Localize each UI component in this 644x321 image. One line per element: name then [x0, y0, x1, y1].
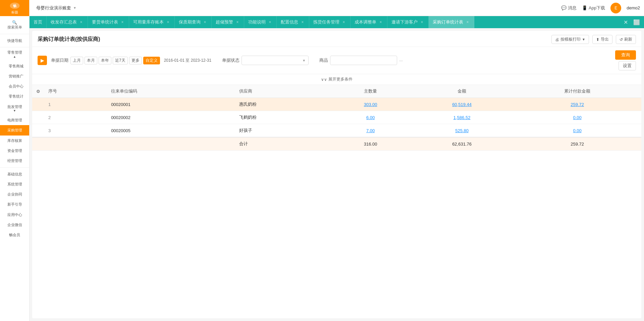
sidebar-item-retail-mgmt[interactable]: 零售管理 ▲	[0, 47, 29, 61]
date-shortcut-last-month[interactable]: 上月	[70, 57, 83, 64]
row2-code: 00020002	[107, 111, 235, 124]
search-menu-button[interactable]: 🔍 搜索英单	[2, 19, 27, 31]
logo-subtitle: 标题	[11, 10, 18, 15]
filter-area: ▶ 单据日期 上月 本月 本年 近7天 更多 自定义 2016	[32, 47, 641, 74]
date-shortcut-more[interactable]: 更多	[129, 57, 142, 64]
row2-paid: 0.00	[513, 111, 641, 124]
export-button[interactable]: ⬆ 导出	[592, 35, 612, 44]
sidebar-item-wholesale[interactable]: 批发管理 ▼	[0, 102, 29, 115]
col-amount: 金额	[411, 85, 513, 98]
date-shortcuts: 上月 本月 本年 近7天 更多 自定义	[70, 57, 160, 64]
print-button[interactable]: 🖨 按模板打印 ▼	[551, 35, 589, 44]
tab-close-warranty[interactable]: ×	[203, 20, 207, 24]
download-icon: 📱	[582, 5, 587, 10]
sidebar-item-quick-nav[interactable]: 快捷导航	[0, 36, 29, 46]
sidebar-item-enterprise-collab[interactable]: 企业协同	[0, 189, 29, 199]
tab-receive-summary[interactable]: 收发存汇总表 ×	[47, 16, 88, 28]
date-shortcut-7days[interactable]: 近7天	[113, 57, 128, 64]
row1-num: 1	[44, 98, 107, 111]
sidebar-item-enterprise-wechat[interactable]: 企业微信	[0, 220, 29, 230]
tab-order-summary[interactable]: 要货单统计表 ×	[88, 16, 129, 28]
message-button[interactable]: 💬 消息	[561, 5, 577, 11]
row3-amount: 525.80	[411, 124, 513, 138]
tab-close-purchase[interactable]: ×	[465, 20, 470, 24]
tab-function-desc[interactable]: 功能说明 ×	[244, 16, 277, 28]
date-shortcut-this-month[interactable]: 本月	[85, 57, 97, 64]
status-select[interactable]: ▼	[241, 56, 309, 65]
sidebar-item-finance[interactable]: 资金管理	[0, 146, 29, 156]
refresh-button[interactable]: ↺ 刷新	[616, 35, 636, 44]
settings-button[interactable]: 设置	[619, 61, 636, 70]
table-container: ⚙ 序号 往来单位编码 供应商 主数量 金额 累计付款金额 1	[32, 85, 641, 318]
col-num: 序号	[44, 85, 107, 98]
app-download-button[interactable]: 📱 App下载	[582, 5, 605, 11]
query-button[interactable]: 查询	[615, 50, 636, 60]
sidebar-item-basic-info[interactable]: 基础信息	[0, 169, 29, 179]
date-filter-group: 单据日期 上月 本月 本年 近7天 更多 自定义	[51, 57, 160, 64]
tab-close-cost[interactable]: ×	[378, 20, 383, 24]
filter-toggle-button[interactable]: ▶	[38, 56, 47, 65]
tab-maximize-button[interactable]: ⬜	[632, 18, 641, 26]
footer-label: 合计	[235, 137, 330, 151]
date-filter-label: 单据日期	[51, 57, 68, 63]
expand-more-button[interactable]: ∨∨ 展开更多条件	[318, 75, 356, 83]
tab-close-invite[interactable]: ×	[420, 20, 424, 24]
goods-filter: 商品 ···	[319, 56, 403, 65]
sidebar-item-purchase[interactable]: 采购管理	[0, 125, 29, 135]
sidebar-item-new-guide[interactable]: 新手引导	[0, 199, 29, 209]
tab-home[interactable]: 首页	[30, 16, 47, 28]
col-settings[interactable]: ⚙	[32, 85, 44, 98]
tab-close-order[interactable]: ×	[120, 20, 125, 24]
sidebar-item-ops[interactable]: 经营管理	[0, 156, 29, 166]
tab-cost-adjust[interactable]: 成本调整单 ×	[351, 16, 387, 28]
sidebar-item-retail-stats[interactable]: 零售统计	[0, 91, 29, 101]
tab-close-stock[interactable]: ×	[166, 20, 170, 24]
tab-close-window-button[interactable]: ✕	[622, 18, 629, 26]
svg-text:畅: 畅	[13, 4, 16, 8]
tab-purchase-summary[interactable]: 采购订单统计表 ×	[429, 16, 474, 28]
sidebar-item-vip[interactable]: 畅会员	[0, 230, 29, 240]
app-logo[interactable]: 畅 标题	[0, 0, 29, 16]
tab-invite-downstream[interactable]: 邀请下游客户 ×	[387, 16, 429, 28]
tab-available-stock[interactable]: 可用量库存账本 ×	[129, 16, 175, 28]
tab-close-config[interactable]: ×	[300, 20, 305, 24]
tab-bar-end: ✕ ⬜	[622, 18, 644, 26]
date-shortcut-custom[interactable]: 自定义	[143, 57, 160, 64]
sidebar-item-ecommerce[interactable]: 电商管理	[0, 115, 29, 125]
table-row[interactable]: 2 00020002 飞鹤奶粉 6.00 1,586.52 0.00	[32, 111, 641, 124]
tab-close-overstock[interactable]: ×	[235, 20, 240, 24]
row3-num: 3	[44, 124, 107, 138]
tab-picking[interactable]: 拣货任务管理 ×	[309, 16, 351, 28]
top-bar-right: 💬 消息 📱 App下载 E demo2	[561, 3, 640, 13]
user-avatar[interactable]: E	[610, 3, 621, 13]
col-paid: 累计付款金额	[513, 85, 641, 98]
sidebar-item-marketing[interactable]: 营销推广	[0, 71, 29, 81]
sidebar-item-system[interactable]: 系统管理	[0, 179, 29, 189]
tab-config[interactable]: 配置信息 ×	[277, 16, 309, 28]
sidebar-item-member-center[interactable]: 会员中心	[0, 81, 29, 91]
workspace-dropdown-arrow: ▼	[73, 6, 76, 10]
row2-amount: 1,586.52	[411, 111, 513, 124]
goods-input-field[interactable]	[330, 56, 397, 65]
tab-close-picking[interactable]: ×	[341, 20, 346, 24]
sidebar-item-retail-shop[interactable]: 零售商城	[0, 61, 29, 71]
tab-close-function[interactable]: ×	[268, 20, 272, 24]
filter-row-main: ▶ 单据日期 上月 本月 本年 近7天 更多 自定义 2016	[38, 50, 636, 70]
date-range-text: 2016-01-01 至 2023-12-31	[164, 58, 211, 63]
row1-paid: 259.72	[513, 98, 641, 111]
table-row[interactable]: 3 00020005 好孩子 7.00 525.80 0.00	[32, 124, 641, 138]
tab-close-receive[interactable]: ×	[79, 20, 84, 24]
goods-more-icon[interactable]: ···	[399, 58, 403, 63]
user-name: demo2	[627, 5, 640, 10]
workspace-selector[interactable]: 母婴行业演示账套 ▼	[34, 4, 79, 12]
row1-supplier: 惠氏奶粉	[235, 98, 330, 111]
tab-overstock[interactable]: 超储预警 ×	[212, 16, 244, 28]
table-footer-row: 合计 316.00 62,631.76 259.72	[32, 137, 641, 151]
row1-qty: 303.00	[330, 98, 411, 111]
page-title: 采购订单统计表(按供应商)	[38, 36, 100, 43]
sidebar-item-stock-check[interactable]: 库存核算	[0, 136, 29, 146]
table-row[interactable]: 1 00020001 惠氏奶粉 303.00 60,519.44 259.72	[32, 98, 641, 111]
sidebar-item-app-center[interactable]: 应用中心	[0, 210, 29, 220]
date-shortcut-this-year[interactable]: 本年	[99, 57, 111, 64]
tab-warranty[interactable]: 保质期查询 ×	[175, 16, 212, 28]
